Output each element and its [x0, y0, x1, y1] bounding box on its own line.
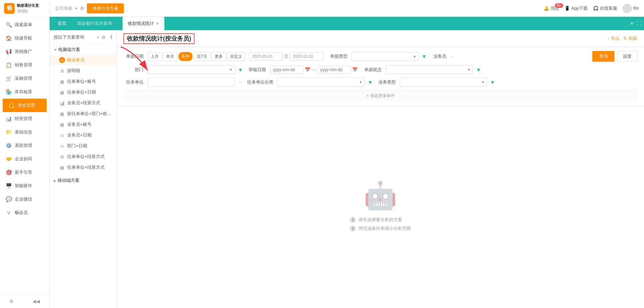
calendar-start-icon[interactable]: 📅 [305, 67, 310, 72]
calendar-end-icon[interactable]: 📅 [352, 67, 358, 72]
app-download-link[interactable]: 📱 App下载 [565, 5, 588, 11]
sidebar-item-hardware[interactable]: 🖥️ 智能硬件 [0, 179, 49, 193]
tab-close-bank[interactable]: ✕ [114, 21, 117, 26]
header-gear-icon[interactable]: ⚙ [80, 6, 84, 11]
empty-steps: 1 请先选择要分析的方案 2 用过滤条件来缩小分析范围 [350, 217, 411, 234]
review-date-start-input[interactable] [270, 66, 304, 74]
scheme-by-salesperson[interactable]: ● 按业务员 [50, 55, 116, 65]
collapse-sidebar-btn[interactable]: ◀◀ [33, 299, 40, 304]
doc-type-chevron-icon[interactable]: ▾ [423, 53, 426, 60]
query-button[interactable]: 查询 [592, 51, 614, 62]
breadcrumb-dropdown-icon[interactable]: ▾ [75, 6, 77, 11]
mobile-scheme-header[interactable]: ▶ 移动端方案 [50, 175, 116, 186]
search-icon: 🔍 [5, 21, 12, 28]
member-icon: V [5, 209, 12, 216]
sidebar-item-sales[interactable]: 📋 销售管理 [0, 58, 49, 72]
desktop-scheme-header[interactable]: ▼ 电脑端方案 [50, 45, 116, 55]
tab-close-receipts[interactable]: ✕ [156, 21, 159, 26]
scheme-partner-settlement1[interactable]: ⊞ 往来单位+结算方式 [50, 151, 116, 162]
date-end-input[interactable] [290, 52, 323, 60]
maximize-window-icon[interactable]: ⛶ [637, 21, 641, 26]
tab-bank[interactable]: 现金银行流水查询 ✕ [72, 17, 122, 30]
date-btn-this-month[interactable]: 本月 [163, 52, 177, 61]
sidebar-item-quicknav[interactable]: 🏠 快捷导航 [0, 32, 49, 45]
sidebar-nav: 🔍 搜索菜单 🏠 快捷导航 📢 营销推广 📋 销售管理 🛒 采购管理 🏪 库存核… [0, 17, 49, 294]
scheme-salesperson-account[interactable]: ▦ 业务员+账号 [50, 119, 116, 130]
scheme-partner-date[interactable]: ▦ 往来单位+日期 [50, 87, 116, 98]
biz-type-select[interactable] [400, 78, 487, 87]
sidebar-item-collab[interactable]: 🤝 企业协同 [0, 152, 49, 166]
dept-select-wrapper [148, 65, 235, 74]
scheme-partner-account[interactable]: ▦ 往来单位+账号 [50, 76, 116, 87]
scheme-salesperson-settlement[interactable]: 📊 业务员+结算方式 [50, 98, 116, 108]
settings-bottom-btn[interactable]: ⚙ [9, 299, 14, 304]
date-btn-custom[interactable]: 自定义 [227, 52, 245, 61]
close-window-icon[interactable]: ✕ [630, 21, 634, 26]
sidebar-item-marketing[interactable]: 📢 营销推广 [0, 45, 49, 58]
partner-category-select[interactable] [277, 78, 365, 87]
partner-more-icon[interactable]: ··· [239, 80, 243, 85]
wechat-icon: 💬 [5, 196, 12, 203]
trial-button[interactable]: 体验行业方案 [87, 3, 124, 13]
export-button[interactable]: ↑ 导出 [607, 36, 620, 42]
tab-receipts[interactable]: 收款情况统计 ✕ [122, 17, 164, 30]
arrow-down-icon: ▼ [54, 48, 57, 52]
notification-bell[interactable]: 🔔 消息 99+ [544, 5, 559, 11]
sidebar-item-guide[interactable]: 🎯 新手引导 [0, 166, 49, 179]
user-menu[interactable]: Rit [623, 4, 639, 13]
avatar [623, 4, 632, 13]
finance-icon: 💰 [8, 102, 15, 109]
step-number-2: 2 [350, 225, 356, 232]
review-date-end-input[interactable] [317, 66, 351, 74]
online-service-link[interactable]: 🎧 在线客服 [593, 5, 617, 11]
headset-icon: 🎧 [593, 6, 598, 11]
scheme-partner-dept[interactable]: ▦ 按往来单位+部门+收... [50, 108, 116, 119]
doc-status-select[interactable] [386, 65, 473, 74]
scheme-dept-date[interactable]: ⊙ 部门+日期 [50, 141, 116, 151]
sidebar-item-operations[interactable]: 📊 经营管理 [0, 112, 49, 125]
dept-select[interactable] [148, 65, 235, 74]
scheme-partner-settlement2[interactable]: ▦ 往来单位+结算方式 [50, 162, 116, 173]
partner-label: 往来单位 [123, 79, 144, 85]
doc-type-select[interactable] [352, 52, 419, 61]
doc-status-chevron-icon[interactable]: ▾ [477, 66, 480, 73]
window-buttons: ✕ ⛶ [630, 21, 641, 26]
sidebar-item-wechat[interactable]: 💬 企业微信 [0, 193, 49, 206]
add-scheme-btn[interactable]: + [97, 35, 99, 40]
scheme-by-detail[interactable]: ⊞ 按明细 [50, 65, 116, 76]
page-title: 收款情况统计(按业务员) [123, 33, 195, 44]
date-btn-more[interactable]: 更多 [212, 52, 226, 61]
sidebar-item-purchase[interactable]: 🛒 采购管理 [0, 72, 49, 85]
partner-date-icon: ▦ [59, 89, 65, 95]
salesperson-settlement-icon: 📊 [59, 100, 65, 106]
scheme-panel: 按以下方案查询 + ⚙ 《 ▼ 电脑端方案 ● 按业务员 [50, 30, 117, 308]
date-range-inputs: 至 [249, 52, 323, 60]
doc-status-label: 单据状态 [362, 67, 382, 73]
sidebar-item-finance[interactable]: 💰 资金管理 [3, 99, 47, 112]
sidebar-item-search[interactable]: 🔍 搜索菜单 [0, 18, 49, 32]
review-date-separator: — [312, 67, 316, 72]
sidebar-item-basic[interactable]: 📁 基础信息 [0, 125, 49, 139]
setting-button[interactable]: 设置 [617, 51, 637, 62]
date-btn-this-year[interactable]: 本年 [178, 52, 193, 61]
sidebar-item-system[interactable]: ⚙️ 系统管理 [0, 139, 49, 152]
collapse-panel-btn[interactable]: 《 [108, 34, 112, 40]
collapse-conditions-bar[interactable]: ∧ 收起更多条件 [123, 90, 637, 101]
desktop-scheme-group: ▼ 电脑端方案 ● 按业务员 ⊞ 按明细 ▦ 往来单位+账号 [50, 43, 116, 174]
dept-chevron-icon[interactable]: ▾ [239, 66, 242, 73]
date-btn-7days[interactable]: 近7天 [194, 52, 210, 61]
scheme-salesperson-date[interactable]: ⊙ 业务员+日期 [50, 130, 116, 141]
biz-type-chevron-icon[interactable]: ▾ [491, 79, 494, 86]
tab-bar: 首页 现金银行流水查询 ✕ 收款情况统计 ✕ ✕ ⛶ [50, 17, 644, 30]
partner-category-chevron-icon[interactable]: ▾ [369, 79, 372, 86]
filter-row-1: 单据日期 上月 本月 本年 近7天 更多 自定义 至 [123, 51, 637, 62]
partner-input[interactable] [148, 78, 235, 87]
refresh-button[interactable]: ↻ 刷新 [624, 36, 637, 42]
date-start-input[interactable] [249, 52, 283, 60]
sidebar-item-member[interactable]: V 畅会员 [0, 206, 49, 219]
sidebar-item-inventory[interactable]: 🏪 库存核算 [0, 85, 49, 99]
scheme-settings-btn[interactable]: ⚙ [101, 35, 106, 40]
salesperson-more-icon[interactable]: ··· [450, 54, 454, 59]
date-btn-last-month[interactable]: 上月 [148, 52, 162, 61]
tab-home[interactable]: 首页 [52, 17, 72, 30]
